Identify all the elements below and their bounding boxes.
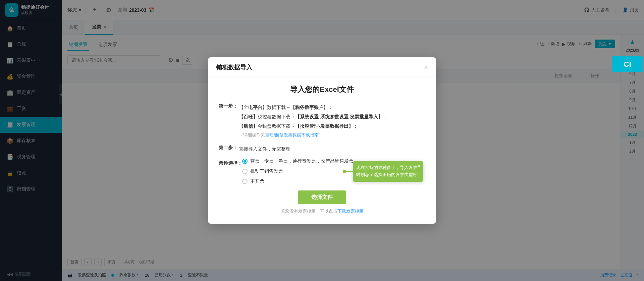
radio-option-1[interactable]: 普票，专票，卷票，通行费发票，农产品销售发票 (242, 158, 354, 164)
modal-close-btn[interactable]: × (424, 64, 428, 71)
radio-option-3[interactable]: 不开票 (242, 178, 354, 184)
ticket-select-row: 票种选择： 普票，专票，卷票，通行费发票，农产品销售发票 机动车销售发票 (219, 158, 425, 184)
tooltip-area: × 现在支持的票种多了，导入发票时别忘了选择正确的发票类型呀! (353, 161, 423, 182)
step2-content: 直接导入文件，无需整理 (239, 144, 425, 154)
radio-label-2: 机动车销售发票 (250, 168, 283, 174)
radio-option-2[interactable]: 机动车销售发票 (242, 168, 283, 174)
step1-line3: 【航信】金税盘数据下载→【报税管理-发票数据导出】； (239, 121, 425, 131)
select-file-btn[interactable]: 选择文件 (298, 190, 346, 204)
download-guide-link[interactable]: 百旺/航信发票数据下载指南 (265, 132, 319, 137)
step2-label: 第二步： (219, 144, 239, 154)
radio-circle-1 (242, 159, 248, 164)
step1-hint: （详细操作见百旺/航信发票数据下载指南） (239, 131, 425, 139)
radio-circle-2 (242, 169, 248, 174)
modal-body: 导入您的Excel文件 第一步： 【全电平台】数据下载→【税务数字账户】； 【百… (208, 76, 436, 224)
modal-title: 销项数据导入 (216, 63, 252, 71)
import-modal: 销项数据导入 × 导入您的Excel文件 第一步： 【全电平台】数据下载→【税务… (208, 57, 436, 224)
radio-circle-3 (242, 179, 248, 184)
step2-row: 第二步： 直接导入文件，无需整理 (219, 144, 425, 154)
modal-footer-hint: 若您没有发票模版，可以点击下载发票模版 (219, 208, 425, 214)
modal-main-title: 导入您的Excel文件 (219, 85, 425, 95)
step1-row: 第一步： 【全电平台】数据下载→【税务数字账户】； 【百旺】税控盘数据下载→【系… (219, 103, 425, 139)
modal-overlay[interactable]: 销项数据导入 × 导入您的Excel文件 第一步： 【全电平台】数据下载→【税务… (0, 0, 644, 281)
step1-label: 第一步： (219, 103, 239, 139)
ticket-options: 普票，专票，卷票，通行费发票，农产品销售发票 机动车销售发票 (242, 158, 354, 184)
step1-line2: 【百旺】税控盘数据下载→【系统设置-系统参数设置-发票批量导入】； (239, 112, 425, 121)
step1-content: 【全电平台】数据下载→【税务数字账户】； 【百旺】税控盘数据下载→【系统设置-系… (239, 103, 425, 139)
download-template-link[interactable]: 下载发票模版 (337, 209, 364, 214)
tooltip-bubble: × 现在支持的票种多了，导入发票时别忘了选择正确的发票类型呀! (353, 161, 423, 182)
radio-label-1: 普票，专票，卷票，通行费发票，农产品销售发票 (250, 158, 354, 164)
radio-dot-1 (244, 160, 246, 163)
ci-badge: CI (612, 56, 643, 72)
tooltip-content: 现在支持的票种多了，导入发票时别忘了选择正确的发票类型呀! (356, 165, 419, 177)
radio-label-3: 不开票 (250, 178, 264, 184)
ticket-label: 票种选择： (219, 158, 242, 166)
radio2-container: 机动车销售发票 × 现在支持的票种多了，导入发票时别忘了选择正确的发票类型呀! (242, 168, 354, 174)
tooltip-close-btn[interactable]: × (418, 162, 421, 170)
select-file-area: 选择文件 (219, 190, 425, 204)
modal-header: 销项数据导入 × (208, 57, 436, 76)
step1-line1: 【全电平台】数据下载→【税务数字账户】； (239, 103, 425, 112)
footer-hint-prefix: 若您没有发票模版，可以点击 (281, 209, 337, 214)
